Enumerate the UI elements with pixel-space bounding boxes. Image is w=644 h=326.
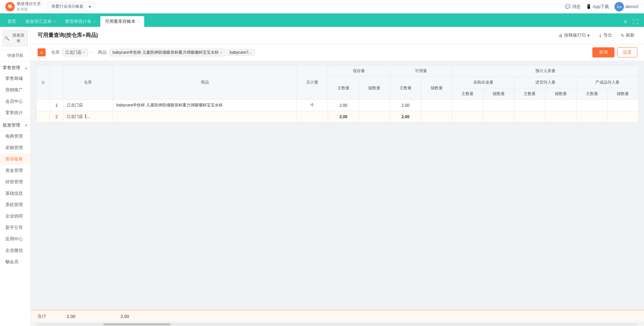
row1-available-main: 2.00 <box>390 100 421 111</box>
bottom-scrollbar[interactable] <box>31 322 644 326</box>
th-purchase-on-way-aux: 辅数量 <box>483 88 515 100</box>
warehouse-tag-jiangbei[interactable]: 江北门店 × <box>62 49 88 56</box>
avatar: Ea <box>614 2 624 11</box>
row2-index: 2 <box>50 111 63 123</box>
th-main-unit: 主计量 <box>297 65 328 100</box>
sidebar-item-quick-nav[interactable]: 快捷导航 <box>0 50 31 61</box>
tab-available-stock-label: 可用量库存账本 <box>105 18 136 25</box>
user-profile[interactable]: Ea demo2 <box>614 2 639 11</box>
th-settings[interactable]: ⚙ <box>37 65 50 100</box>
export-button[interactable]: ⤓ 导出 <box>596 31 615 40</box>
tab-order-stats-label: 要货单统计表 <box>65 18 91 25</box>
filter-expand-button[interactable]: » <box>38 48 46 56</box>
row1-settings <box>37 100 50 111</box>
row1-incoming-main <box>514 100 545 111</box>
th-index <box>50 65 63 100</box>
sidebar-item-marketing[interactable]: 营销推广 <box>0 84 31 96</box>
message-icon: 💬 <box>565 4 571 9</box>
store-selector[interactable]: 母婴行业演示账套 ▾ <box>48 2 95 11</box>
th-purchase-on-way-main: 主数量 <box>452 88 483 100</box>
row2-incoming-aux <box>545 111 577 123</box>
row2-current-main: 2.00 <box>328 111 359 123</box>
sidebar-group-retail: 零售管理 ▲ 零售商城 营销推广 会员中心 零售统计 <box>0 61 31 119</box>
sidebar-item-finance[interactable]: 资金管理 <box>0 165 31 176</box>
search-menu-button[interactable]: 🔍 搜索菜单 <box>3 30 28 46</box>
window-close-button[interactable]: × <box>622 17 629 27</box>
th-available-main-qty: 主数量 <box>390 77 421 100</box>
warehouse-filter-label: 仓库 <box>51 49 60 55</box>
sidebar-item-guide[interactable]: 新手引导 <box>0 222 31 233</box>
retail-group-arrow: ▲ <box>24 66 28 70</box>
sidebar-item-basics[interactable]: 基础信息 <box>0 188 31 199</box>
warehouse-more[interactable]: ··· <box>89 50 93 55</box>
row1-purchase-aux <box>483 100 515 111</box>
filter-bar: » 仓库 江北门店 × ··· 商品 babycare学饮杯 儿童防摔防撞吸管杯… <box>31 44 644 61</box>
sidebar-item-ecommerce[interactable]: 电商管理 <box>0 131 31 142</box>
row1-main-unit: 个 <box>297 100 328 111</box>
export-icon: ⤓ <box>598 33 602 38</box>
th-current-main-qty: 主数量 <box>328 77 359 100</box>
row2-available-aux <box>421 111 452 123</box>
row2-incoming-main <box>514 111 545 123</box>
row1-incoming-aux <box>545 100 577 111</box>
sidebar-item-operations[interactable]: 经营管理 <box>0 176 31 188</box>
tab-receipts-close[interactable]: × <box>54 19 56 24</box>
row2-main-unit <box>297 111 328 123</box>
sidebar-item-retail-mall[interactable]: 零售商城 <box>0 73 31 84</box>
tab-available-stock[interactable]: 可用量库存账本 × <box>100 16 144 27</box>
sidebar-item-purchase[interactable]: 采购管理 <box>0 142 31 153</box>
row1-purchase-main <box>452 100 483 111</box>
row2-settings <box>37 111 50 123</box>
product-tag-2[interactable]: babycare?... <box>227 49 255 56</box>
th-warehouse: 仓库 <box>63 65 113 100</box>
tab-available-stock-close[interactable]: × <box>138 19 140 24</box>
sidebar-item-system[interactable]: 系统管理 <box>0 199 31 211</box>
sidebar-item-changyuanyuan[interactable]: 畅会员 <box>0 256 31 268</box>
settings-button[interactable]: 设置 <box>617 47 637 57</box>
warehouse-filter-group: 仓库 江北门店 × ··· <box>51 49 93 56</box>
refresh-icon: ↻ <box>621 33 625 38</box>
row1-current-main: 2.00 <box>328 100 359 111</box>
sidebar-item-wechat[interactable]: 企业微信 <box>0 245 31 256</box>
warehouse-tag-close[interactable]: × <box>83 50 85 54</box>
tab-receipts[interactable]: 收发存汇总表 × <box>21 16 60 27</box>
tab-order-stats-close[interactable]: × <box>93 19 95 24</box>
row1-index: 1 <box>50 100 63 111</box>
footer-available-aux <box>138 314 165 319</box>
message-button[interactable]: 💬 消息 <box>565 4 581 10</box>
sidebar-item-inventory[interactable]: 库存核算 <box>0 153 31 165</box>
sidebar-group-wholesale-header[interactable]: 批发管理 ▼ <box>0 119 31 130</box>
logo-text: 畅捷通好生意 <box>17 1 41 7</box>
product-tag-1[interactable]: babycare学饮杯 儿童防摔防撞吸管杯重力球吸嘴杯宝宝水杯 × <box>109 49 225 56</box>
app-download-button[interactable]: 📱 App下载 <box>586 4 609 10</box>
row1-production-main <box>576 100 607 111</box>
sidebar-item-enterprise[interactable]: 企业协同 <box>0 211 31 222</box>
tab-order-stats[interactable]: 要货单统计表 × <box>60 16 100 27</box>
sidebar-item-members[interactable]: 会员中心 <box>0 96 31 107</box>
product-tag-1-close[interactable]: × <box>220 50 222 54</box>
th-incoming-pending-aux: 辅数量 <box>545 88 577 100</box>
logo-icon: 畅 <box>5 2 15 11</box>
scroll-thumb[interactable] <box>103 323 170 325</box>
sidebar-group-retail-header[interactable]: 零售管理 ▲ <box>0 61 31 73</box>
sidebar-item-app-center[interactable]: 应用中心 <box>0 233 31 245</box>
sidebar-item-retail-stats[interactable]: 零售统计 <box>0 107 31 119</box>
sidebar-group-retail-label: 零售管理 <box>3 65 20 71</box>
table-area: ⚙ 仓库 商品 主计量 现存量 可用量 预计入库量 主数量 辅数量 主数量 <box>31 61 644 310</box>
refresh-button[interactable]: ↻ 刷新 <box>618 31 637 40</box>
logo-subtext: 标准版 <box>17 7 41 12</box>
table-settings-icon[interactable]: ⚙ <box>41 80 45 85</box>
tab-home-label: 首页 <box>7 18 16 25</box>
tab-home[interactable]: 首页 <box>3 16 21 27</box>
row1-production-aux <box>607 100 639 111</box>
th-current-aux-qty: 辅数量 <box>359 77 390 100</box>
th-available-aux-qty: 辅数量 <box>421 77 452 100</box>
window-maximize-button[interactable]: ⛶ <box>631 17 640 27</box>
search-icon: 🔍 <box>4 36 9 41</box>
print-icon: 🖨 <box>558 33 563 38</box>
query-button[interactable]: 查询 <box>592 47 614 57</box>
row2-available-main: 2.00 <box>390 111 421 123</box>
print-button[interactable]: 🖨 按模板打印 ▾ <box>556 31 592 40</box>
row1-available-aux <box>421 100 452 111</box>
scroll-track[interactable] <box>36 323 639 325</box>
